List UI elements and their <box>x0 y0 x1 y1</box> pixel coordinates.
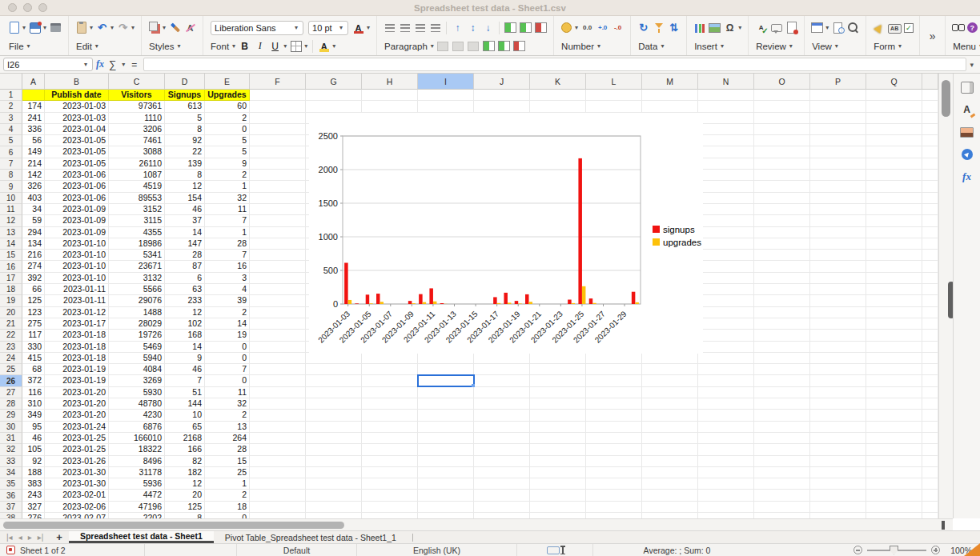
grid-cell[interactable]: 5930 <box>109 387 165 398</box>
redo-icon[interactable]: ↷ <box>117 22 130 34</box>
grid-cell[interactable] <box>810 101 866 112</box>
menu-font[interactable]: Font <box>208 42 231 51</box>
row-header-24[interactable]: 24 <box>0 353 22 364</box>
average-sum-status[interactable]: Average: ; Sum: 0 <box>644 546 711 555</box>
grid-cell[interactable] <box>586 375 642 386</box>
grid-cell[interactable]: 415 <box>22 353 45 364</box>
grid-cell[interactable] <box>698 238 754 250</box>
grid-cell[interactable] <box>250 250 306 261</box>
column-header-K[interactable]: K <box>530 74 586 90</box>
grid-cell[interactable] <box>922 364 938 375</box>
column-header-F[interactable]: F <box>250 74 306 90</box>
grid-cell[interactable] <box>586 364 642 375</box>
row-header-14[interactable]: 14 <box>0 238 22 250</box>
row-header-3[interactable]: 3 <box>0 113 22 124</box>
delete-decimal-icon[interactable]: -.0 <box>612 22 625 34</box>
grid-cell[interactable] <box>922 422 938 433</box>
grid-cell[interactable]: 8 <box>165 513 205 518</box>
grid-cell[interactable]: 2023-01-25 <box>45 444 109 455</box>
grid-cell[interactable] <box>922 444 938 455</box>
grid-cell[interactable]: 2168 <box>165 433 205 444</box>
grid-cell[interactable]: 2023-01-10 <box>45 238 109 250</box>
grid-cell[interactable] <box>586 353 642 364</box>
grid-cell[interactable]: 60 <box>205 101 250 112</box>
grid-cell[interactable]: 39 <box>205 295 250 306</box>
borders-icon[interactable] <box>290 40 303 53</box>
grid-cell[interactable] <box>810 307 866 318</box>
grid-cell[interactable] <box>810 353 866 364</box>
grid-cell[interactable] <box>922 193 938 204</box>
save-icon[interactable] <box>29 22 42 34</box>
grid-cell[interactable] <box>866 410 922 421</box>
grid-cell[interactable] <box>810 193 866 204</box>
grid-cell[interactable] <box>754 342 810 353</box>
grid-cell[interactable] <box>922 181 938 192</box>
last-sheet-icon[interactable]: ▸| <box>38 533 44 542</box>
menu-menu[interactable]: Menu <box>950 42 978 51</box>
grid-cell[interactable]: 2023-01-19 <box>45 375 109 386</box>
column-header-M[interactable]: M <box>642 74 698 90</box>
grid-cell[interactable] <box>698 490 754 501</box>
row-header-12[interactable]: 12 <box>0 215 22 226</box>
grid-cell[interactable] <box>474 398 530 410</box>
merge-center-alt-icon[interactable] <box>497 40 510 53</box>
grid-cell[interactable] <box>474 513 530 518</box>
grid-cell[interactable] <box>810 513 866 518</box>
grid-cell[interactable]: 2023-01-10 <box>45 273 109 284</box>
grid-cell[interactable] <box>474 502 530 513</box>
pivot-icon[interactable]: ↻ <box>637 22 650 34</box>
grid-cell[interactable] <box>698 170 754 181</box>
grid-cell[interactable] <box>810 261 866 272</box>
grid-cell[interactable] <box>642 502 698 513</box>
grid-cell[interactable] <box>810 410 866 421</box>
grid-cell[interactable] <box>250 181 306 192</box>
grid-cell[interactable]: 11 <box>205 387 250 398</box>
grid-cell[interactable]: 336 <box>22 124 45 135</box>
grid-cell[interactable]: 310 <box>22 398 45 410</box>
grid-cell[interactable] <box>530 375 586 386</box>
gallery-icon[interactable] <box>960 125 974 139</box>
grid-cell[interactable] <box>866 422 922 433</box>
grid-cell[interactable]: 168 <box>165 330 205 341</box>
menu-styles[interactable]: Styles <box>147 42 176 51</box>
grid-cell[interactable] <box>810 204 866 215</box>
grid-cell[interactable]: 5341 <box>109 250 165 261</box>
grid-cell[interactable]: 2023-01-09 <box>45 215 109 226</box>
grid-cell[interactable] <box>418 398 474 410</box>
grid-cell[interactable] <box>866 90 922 101</box>
row-header-1[interactable]: 1 <box>0 90 22 101</box>
grid-cell[interactable]: 326 <box>22 181 45 192</box>
grid-cell[interactable] <box>698 261 754 272</box>
grid-cell[interactable] <box>866 238 922 250</box>
grid-cell[interactable] <box>698 307 754 318</box>
grid-cell[interactable] <box>250 398 306 410</box>
grid-cell[interactable] <box>922 490 938 501</box>
grid-cell[interactable]: 4230 <box>109 410 165 421</box>
select-all-corner[interactable] <box>0 74 22 90</box>
grid-cell[interactable] <box>530 444 586 455</box>
grid-cell[interactable] <box>250 353 306 364</box>
grid-cell[interactable]: 125 <box>22 295 45 306</box>
grid-cell[interactable] <box>474 387 530 398</box>
row-header-2[interactable]: 2 <box>0 101 22 112</box>
grid-cell[interactable]: 19 <box>205 330 250 341</box>
grid-cell[interactable]: 2023-01-05 <box>45 135 109 146</box>
chevron-down-icon[interactable]: ▾ <box>22 24 26 31</box>
grid-cell[interactable] <box>866 250 922 261</box>
grid-cell[interactable] <box>362 375 418 386</box>
grid-cell[interactable] <box>362 513 418 518</box>
grid-cell[interactable] <box>530 353 586 364</box>
grid-cell[interactable] <box>866 227 922 238</box>
indent-increase-icon[interactable] <box>452 40 464 53</box>
grid-cell[interactable]: 9 <box>165 353 205 364</box>
grid-cell[interactable] <box>866 101 922 112</box>
grid-cell[interactable] <box>698 250 754 261</box>
selected-cell-outline[interactable] <box>417 374 475 387</box>
grid-cell[interactable]: 9 <box>205 158 250 170</box>
grid-cell[interactable] <box>698 227 754 238</box>
grid-cell[interactable] <box>810 146 866 158</box>
grid-cell[interactable] <box>698 444 754 455</box>
grid-cell[interactable] <box>306 375 362 386</box>
grid-cell[interactable]: 2 <box>205 170 250 181</box>
grid-cell[interactable] <box>922 375 938 386</box>
